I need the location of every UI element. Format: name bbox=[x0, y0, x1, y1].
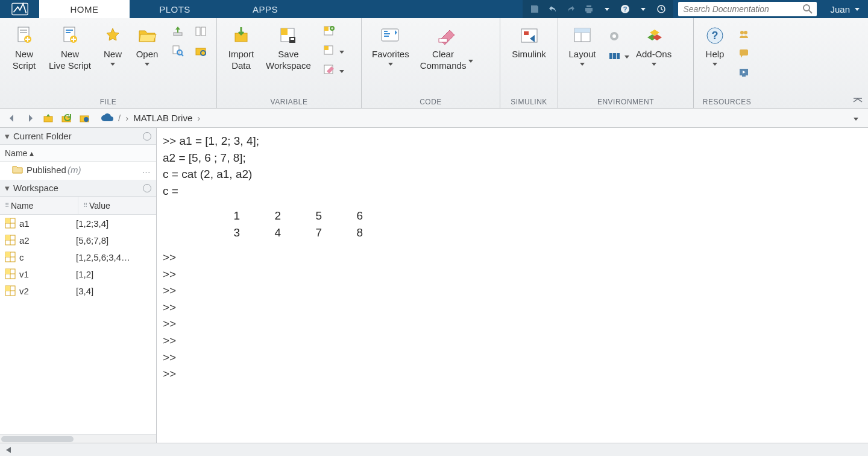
workspace-variable-row[interactable]: c[1,2,5,6;3,4… bbox=[0, 249, 156, 265]
svg-line-17 bbox=[181, 54, 183, 56]
chevron-down-icon: ▾ bbox=[5, 183, 10, 194]
breadcrumb[interactable]: / › MATLAB Drive › bbox=[100, 113, 200, 124]
panel-menu-icon[interactable] bbox=[143, 184, 151, 192]
new-script-label: New Script bbox=[13, 49, 36, 72]
breadcrumb-root: / bbox=[118, 113, 121, 123]
svg-rect-34 bbox=[439, 39, 447, 42]
new-label: New bbox=[104, 49, 122, 60]
new-live-script-button[interactable]: New Live Script bbox=[45, 23, 95, 74]
ws-col-name[interactable]: ⠿Name bbox=[0, 197, 78, 214]
svg-rect-24 bbox=[281, 28, 288, 35]
group-environment-label: ENVIRONMENT bbox=[558, 98, 693, 108]
folder-item[interactable]: Published (m) … bbox=[0, 162, 156, 177]
svg-rect-18 bbox=[196, 27, 200, 36]
variable-value: [1,2;3,4] bbox=[72, 218, 156, 229]
clear-commands-button[interactable]: Clear Commands bbox=[416, 23, 478, 74]
clear-commands-label: Clear Commands bbox=[420, 49, 474, 72]
preferences-button[interactable] bbox=[605, 28, 623, 45]
browse-button[interactable] bbox=[192, 42, 210, 59]
workspace-variable-row[interactable]: v2[3,4] bbox=[0, 282, 156, 299]
cloud-icon bbox=[100, 113, 113, 124]
redo-icon[interactable] bbox=[562, 1, 579, 17]
nav-refresh-button[interactable] bbox=[59, 111, 74, 125]
variable-name: a2 bbox=[19, 235, 30, 245]
nav-browse-button[interactable] bbox=[77, 111, 92, 125]
tab-apps[interactable]: APPS bbox=[220, 0, 310, 18]
new-variable-button[interactable] bbox=[320, 23, 338, 40]
find-files-button[interactable] bbox=[169, 42, 187, 59]
svg-rect-31 bbox=[324, 46, 329, 50]
svg-rect-7 bbox=[20, 30, 27, 31]
group-resources-label: RESOURCES bbox=[694, 98, 760, 108]
svg-rect-43 bbox=[609, 53, 612, 59]
current-folder-columns[interactable]: Name ▴ bbox=[0, 145, 156, 162]
address-dropdown-button[interactable] bbox=[849, 111, 863, 125]
ribbon-group-environment: Layout Add-Ons ENVIRONMENT bbox=[558, 18, 694, 108]
clear-workspace-button[interactable] bbox=[320, 62, 338, 78]
nav-back-button[interactable] bbox=[5, 111, 19, 125]
workspace-variable-row[interactable]: a1[1,2;3,4] bbox=[0, 215, 156, 232]
current-folder-header[interactable]: ▾ Current Folder bbox=[0, 128, 156, 145]
svg-point-4 bbox=[804, 5, 810, 11]
print-icon[interactable] bbox=[580, 1, 597, 17]
search-box[interactable] bbox=[678, 2, 817, 16]
folder-name: Published bbox=[27, 165, 66, 175]
help-icon[interactable]: ? bbox=[617, 1, 634, 17]
svg-rect-14 bbox=[174, 33, 182, 36]
svg-point-48 bbox=[740, 31, 744, 34]
current-folder-title: Current Folder bbox=[13, 131, 72, 141]
variable-value: [1,2] bbox=[72, 269, 156, 279]
breadcrumb-folder[interactable]: MATLAB Drive bbox=[133, 113, 192, 123]
workspace-variable-row[interactable]: a2[5,6;7,8] bbox=[0, 232, 156, 249]
undo-icon[interactable] bbox=[544, 1, 561, 17]
svg-point-49 bbox=[744, 31, 747, 34]
svg-rect-40 bbox=[574, 28, 590, 33]
open-button[interactable]: Open bbox=[130, 23, 164, 68]
ribbon-toolstrip: New Script New Live Script New Open bbox=[0, 18, 868, 109]
workspace-variable-row[interactable]: v1[1,2] bbox=[0, 265, 156, 282]
panel-menu-icon[interactable] bbox=[143, 132, 151, 141]
command-window[interactable]: >> a1 = [1, 2; 3, 4];a2 = [5, 6 ; 7, 8];… bbox=[157, 128, 868, 443]
upload-button[interactable] bbox=[169, 23, 187, 40]
save-workspace-button[interactable]: Save Workspace bbox=[262, 23, 315, 74]
svg-rect-26 bbox=[291, 38, 294, 40]
import-data-button[interactable]: Import Data bbox=[223, 23, 259, 74]
ws-col-value[interactable]: ⠿Value bbox=[78, 197, 156, 214]
community-button[interactable] bbox=[735, 25, 753, 42]
new-script-button[interactable]: New Script bbox=[6, 23, 42, 74]
new-button[interactable]: New bbox=[98, 23, 128, 68]
rewind-icon[interactable] bbox=[4, 446, 12, 454]
request-support-button[interactable] bbox=[735, 45, 753, 62]
svg-rect-54 bbox=[44, 116, 52, 122]
simulink-button[interactable]: Simulink bbox=[508, 23, 550, 62]
svg-text:?: ? bbox=[712, 30, 719, 42]
sync-icon[interactable] bbox=[653, 1, 670, 17]
collapse-ribbon-icon[interactable] bbox=[852, 96, 863, 104]
save-workspace-label: Save Workspace bbox=[266, 49, 311, 72]
svg-text:?: ? bbox=[623, 5, 627, 13]
help-button[interactable]: ? Help bbox=[700, 23, 730, 68]
set-path-button[interactable] bbox=[605, 47, 623, 64]
horizontal-scrollbar[interactable] bbox=[0, 434, 156, 443]
folder-more-icon[interactable]: … bbox=[142, 165, 151, 175]
tab-plots[interactable]: PLOTS bbox=[130, 0, 220, 18]
nav-up-button[interactable] bbox=[41, 111, 55, 125]
nav-forward-button[interactable] bbox=[23, 111, 37, 125]
learn-button[interactable] bbox=[735, 64, 753, 81]
chevron-down-icon bbox=[652, 63, 656, 66]
tab-home[interactable]: HOME bbox=[39, 0, 130, 18]
chevron-down-icon bbox=[468, 60, 473, 63]
open-variable-button[interactable] bbox=[320, 42, 338, 59]
save-icon[interactable] bbox=[526, 1, 543, 17]
quick-access-more-icon[interactable] bbox=[599, 1, 615, 17]
favorites-button[interactable]: Favorites bbox=[368, 23, 414, 68]
svg-line-5 bbox=[809, 10, 812, 13]
help-dropdown-icon[interactable] bbox=[635, 1, 652, 17]
workspace-header[interactable]: ▾ Workspace bbox=[0, 180, 156, 197]
layout-button[interactable]: Layout bbox=[564, 23, 600, 68]
compare-button[interactable] bbox=[192, 23, 210, 40]
user-menu[interactable]: Juan bbox=[822, 0, 868, 18]
addons-button[interactable]: Add-Ons bbox=[632, 23, 676, 68]
open-label: Open bbox=[136, 49, 159, 60]
search-input[interactable] bbox=[678, 4, 802, 14]
